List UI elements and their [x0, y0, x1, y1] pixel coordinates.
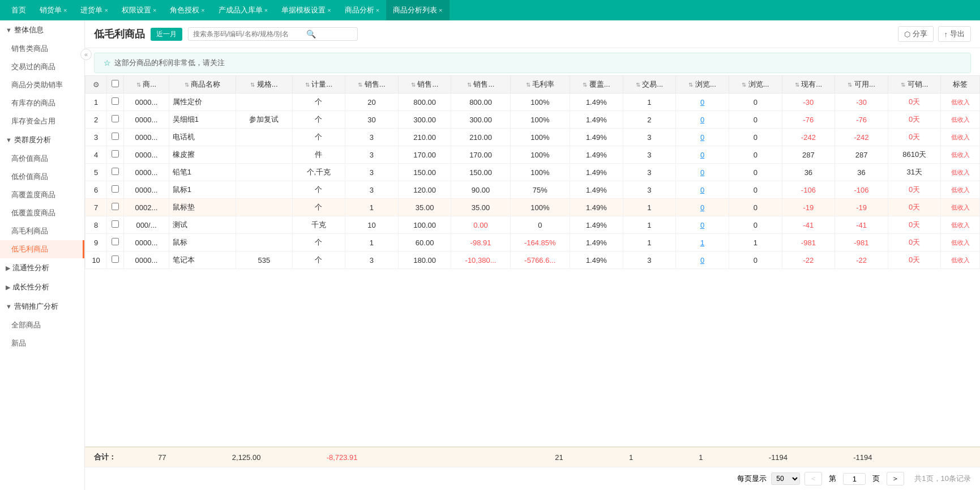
- row-checkbox[interactable]: [107, 199, 124, 216]
- row-sellable: 0天: [888, 93, 941, 111]
- close-icon[interactable]: ×: [201, 7, 204, 14]
- close-icon[interactable]: ×: [327, 7, 331, 14]
- row-gross-margin: 100%: [510, 111, 570, 129]
- row-sales-qty: 3: [345, 181, 399, 199]
- row-checkbox[interactable]: [107, 216, 124, 234]
- row-no: 2: [85, 111, 107, 129]
- row-checkbox[interactable]: [107, 129, 124, 146]
- row-tag: 低收入: [941, 234, 980, 252]
- prev-page-button[interactable]: ＜: [804, 472, 822, 485]
- row-browse2: 0: [729, 199, 782, 216]
- period-button[interactable]: 近一月: [151, 28, 182, 41]
- row-browse1[interactable]: 0: [676, 93, 729, 111]
- sidebar-item-high-margin[interactable]: 高毛利商品: [0, 222, 84, 240]
- content-area: 低毛利商品 近一月 🔍 ⬡ 分享 ↑ 导出 ☆ 这部分商品的利润非常低，请关注: [85, 20, 980, 490]
- sidebar-item-high-value[interactable]: 高价值商品: [0, 150, 84, 168]
- col-sales-qty-header[interactable]: ⇅ 销售...: [345, 76, 399, 93]
- col-browse2-header[interactable]: ⇅ 浏览...: [729, 76, 782, 93]
- close-icon[interactable]: ×: [376, 7, 379, 14]
- row-browse1[interactable]: 0: [676, 181, 729, 199]
- row-browse1[interactable]: 0: [676, 216, 729, 234]
- col-sellable-header[interactable]: ⇅ 可销...: [888, 76, 941, 93]
- export-button[interactable]: ↑ 导出: [938, 26, 972, 42]
- row-browse1[interactable]: 1: [676, 234, 729, 252]
- close-icon[interactable]: ×: [104, 7, 108, 14]
- col-name-header[interactable]: ⇅ 商品名称: [169, 76, 236, 93]
- row-checkbox[interactable]: [107, 146, 124, 164]
- sidebar-item-stock-goods[interactable]: 有库存的商品: [0, 94, 84, 112]
- nav-product-analysis[interactable]: 商品分析×: [338, 0, 386, 20]
- nav-product-analysis-list[interactable]: 商品分析列表×: [386, 0, 449, 20]
- sidebar-group-overall[interactable]: ▼ 整体信息: [0, 20, 84, 40]
- sidebar-collapse-button[interactable]: «: [80, 49, 92, 60]
- sidebar-item-category-rate[interactable]: 商品分类助销率: [0, 76, 84, 94]
- col-sales-price-header[interactable]: ⇅ 销售...: [398, 76, 451, 93]
- close-icon[interactable]: ×: [264, 7, 268, 14]
- row-checkbox[interactable]: [107, 234, 124, 252]
- nav-roles[interactable]: 角色授权×: [163, 0, 211, 20]
- page-number-input[interactable]: [843, 473, 866, 485]
- sidebar-item-low-margin[interactable]: 低毛利商品: [0, 240, 84, 258]
- row-browse1[interactable]: 0: [676, 164, 729, 181]
- row-spec: [236, 164, 292, 181]
- share-button[interactable]: ⬡ 分享: [898, 26, 934, 42]
- col-unit-header[interactable]: ⇅ 计量...: [292, 76, 345, 93]
- col-coverage-header[interactable]: ⇅ 覆盖...: [570, 76, 623, 93]
- row-browse1[interactable]: 0: [676, 199, 729, 216]
- sidebar-item-sales-goods[interactable]: 销售类商品: [0, 40, 84, 58]
- nav-product-entry[interactable]: 产成品入库单×: [212, 0, 275, 20]
- search-icon[interactable]: 🔍: [306, 29, 316, 39]
- row-sellable: 0天: [888, 252, 941, 269]
- row-spec: [236, 93, 292, 111]
- sidebar-item-low-value[interactable]: 低价值商品: [0, 168, 84, 186]
- close-icon[interactable]: ×: [63, 7, 67, 14]
- next-page-button[interactable]: ＞: [887, 472, 904, 485]
- per-page-select[interactable]: 50 20 100: [771, 472, 800, 485]
- row-no: 7: [85, 199, 107, 216]
- select-all-checkbox[interactable]: [112, 80, 119, 87]
- nav-template[interactable]: 单据模板设置×: [275, 0, 337, 20]
- sidebar-item-new-goods[interactable]: 新品: [0, 334, 84, 352]
- sidebar-group-flow[interactable]: ▶ 流通性分析: [0, 258, 84, 278]
- col-code-header[interactable]: ⇅ 商...: [124, 76, 169, 93]
- row-checkbox[interactable]: [107, 252, 124, 269]
- nav-home[interactable]: 首页: [5, 0, 33, 20]
- close-icon[interactable]: ×: [153, 7, 156, 14]
- sidebar-item-traded-goods[interactable]: 交易过的商品: [0, 58, 84, 76]
- sidebar-item-low-coverage[interactable]: 低覆盖度商品: [0, 204, 84, 222]
- row-sales-amount: 210.00: [451, 129, 510, 146]
- nav-sales[interactable]: 销货单×: [33, 0, 74, 20]
- sidebar-item-all-goods[interactable]: 全部商品: [0, 316, 84, 334]
- col-browse1-header[interactable]: ⇅ 浏览...: [676, 76, 729, 93]
- search-input[interactable]: [193, 30, 306, 38]
- row-trade-count: 3: [623, 164, 676, 181]
- row-checkbox[interactable]: [107, 164, 124, 181]
- sidebar-item-high-coverage[interactable]: 高覆盖度商品: [0, 186, 84, 204]
- row-browse1[interactable]: 0: [676, 252, 729, 269]
- row-sales-price: 120.00: [398, 181, 451, 199]
- row-checkbox[interactable]: [107, 111, 124, 129]
- col-current-stock-header[interactable]: ⇅ 现有...: [782, 76, 835, 93]
- sidebar-group-cluster[interactable]: ▼ 类群度分析: [0, 130, 84, 150]
- nav-purchase[interactable]: 进货单×: [74, 0, 114, 20]
- col-gross-margin-header[interactable]: ⇅ 毛利率: [510, 76, 570, 93]
- row-browse1[interactable]: 0: [676, 146, 729, 164]
- col-sales-amount-header[interactable]: ⇅ 销售...: [451, 76, 510, 93]
- sidebar-group-marketing[interactable]: ▼ 营销推广分析: [0, 297, 84, 316]
- row-coverage: 1.49%: [570, 216, 623, 234]
- col-available-header[interactable]: ⇅ 可用...: [835, 76, 888, 93]
- table-row: 10 0000... 笔记本 535 个 3 180.00 -10,380...…: [85, 252, 980, 269]
- nav-permissions[interactable]: 权限设置×: [115, 0, 163, 20]
- row-browse1[interactable]: 0: [676, 111, 729, 129]
- close-icon[interactable]: ×: [439, 7, 442, 14]
- row-browse1[interactable]: 0: [676, 129, 729, 146]
- row-checkbox[interactable]: [107, 93, 124, 111]
- col-spec-header[interactable]: ⇅ 规格...: [236, 76, 292, 93]
- row-checkbox[interactable]: [107, 181, 124, 199]
- page-label: 页: [872, 474, 880, 484]
- row-coverage: 1.49%: [570, 252, 623, 269]
- sidebar-group-growth[interactable]: ▶ 成长性分析: [0, 278, 84, 297]
- col-trade-header[interactable]: ⇅ 交易...: [623, 76, 676, 93]
- sidebar-item-stock-capital[interactable]: 库存资金占用: [0, 112, 84, 130]
- settings-column-header[interactable]: ⚙: [85, 76, 107, 93]
